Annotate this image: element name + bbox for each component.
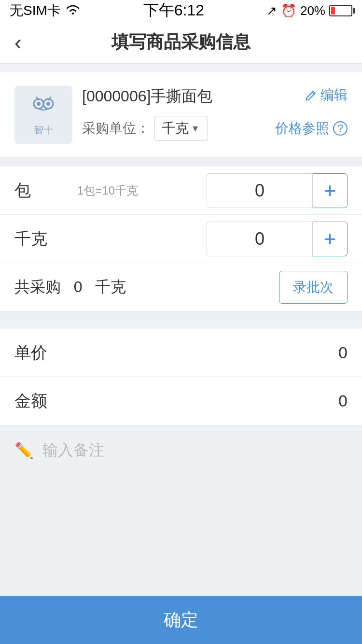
- svg-point-2: [37, 102, 41, 106]
- kg-input-right: 0 +: [207, 222, 348, 256]
- location-icon: ↗: [266, 3, 277, 18]
- carrier-text: 无SIM卡: [10, 1, 61, 20]
- total-row: 共采购 0 千克 录批次: [0, 263, 362, 311]
- product-unit-row: 采购单位： 千克 ▾ 价格参照 ?: [82, 116, 348, 141]
- section-divider-2: [0, 311, 362, 320]
- input-section: 包 1包=10千克 0 + 千克 0 + 共采购 0 千克 录批次: [0, 167, 362, 311]
- bag-increment-button[interactable]: +: [313, 173, 348, 208]
- product-logo: [29, 93, 58, 122]
- unit-price-row: 单价 0: [0, 329, 362, 377]
- total-label: 共采购: [14, 278, 61, 295]
- kg-input-row: 千克 0 +: [0, 215, 362, 263]
- bag-quantity-input[interactable]: 0: [207, 173, 313, 208]
- amount-value: 0: [338, 392, 348, 410]
- edit-button[interactable]: 编辑: [305, 86, 348, 104]
- product-card: 智十 [0000006]手撕面包 编辑 采购单位： 千克 ▾ 价格参照: [0, 72, 362, 158]
- nav-bar: ‹ 填写商品采购信息: [0, 21, 362, 64]
- bag-label: 包: [14, 180, 72, 202]
- unit-select[interactable]: 千克 ▾: [154, 116, 208, 141]
- detail-section: 单价 0 金额 0: [0, 329, 362, 425]
- alarm-icon: ⏰: [281, 3, 296, 18]
- battery-icon: [329, 5, 352, 16]
- total-value: 0: [74, 278, 83, 295]
- wifi-icon: [65, 3, 81, 19]
- product-image: 智十: [14, 86, 72, 144]
- help-icon: ?: [333, 121, 348, 136]
- confirm-button-label: 确定: [164, 608, 198, 632]
- kg-quantity-input[interactable]: 0: [207, 222, 313, 256]
- confirm-button[interactable]: 确定: [0, 596, 362, 644]
- battery-fill: [331, 7, 335, 14]
- total-text: 共采购 0 千克: [14, 277, 126, 298]
- unit-dropdown-arrow: ▾: [193, 122, 198, 135]
- status-time: 下午6:12: [143, 0, 204, 21]
- pencil-icon: ✏️: [14, 441, 34, 460]
- amount-label: 金额: [14, 390, 47, 412]
- product-header: [0000006]手撕面包 编辑: [82, 86, 348, 107]
- amount-row: 金额 0: [0, 377, 362, 425]
- unit-price-label: 单价: [14, 342, 47, 364]
- status-left: 无SIM卡: [10, 1, 81, 20]
- edit-label: 编辑: [320, 86, 348, 104]
- price-reference-button[interactable]: 价格参照 ?: [275, 119, 348, 138]
- battery-percent: 20%: [300, 3, 325, 18]
- status-bar: 无SIM卡 下午6:12 ↗ ⏰ 20%: [0, 0, 362, 21]
- bag-input-right: 0 +: [207, 173, 348, 208]
- product-name: [0000006]手撕面包: [82, 86, 212, 107]
- price-ref-label: 价格参照: [275, 119, 329, 138]
- back-button[interactable]: ‹: [14, 30, 27, 55]
- bag-input-row: 包 1包=10千克 0 +: [0, 167, 362, 215]
- empty-content-area: [0, 476, 362, 611]
- product-info: [0000006]手撕面包 编辑 采购单位： 千克 ▾ 价格参照 ?: [82, 86, 348, 141]
- total-unit: 千克: [95, 278, 126, 295]
- unit-value: 千克: [162, 119, 189, 138]
- note-placeholder: 输入备注: [42, 440, 104, 461]
- svg-point-3: [46, 102, 50, 106]
- note-section[interactable]: ✏️ 输入备注: [0, 425, 362, 476]
- kg-increment-button[interactable]: +: [313, 222, 348, 256]
- batch-record-button[interactable]: 录批次: [279, 271, 348, 304]
- product-image-brand: 智十: [34, 124, 53, 137]
- kg-label: 千克: [14, 228, 72, 250]
- unit-price-value: 0: [338, 343, 348, 362]
- unit-label: 采购单位：: [82, 119, 150, 138]
- bag-sub-label: 1包=10千克: [77, 183, 138, 198]
- section-divider-1: [0, 158, 362, 167]
- status-right: ↗ ⏰ 20%: [266, 3, 352, 18]
- page-title: 填写商品采购信息: [111, 30, 251, 54]
